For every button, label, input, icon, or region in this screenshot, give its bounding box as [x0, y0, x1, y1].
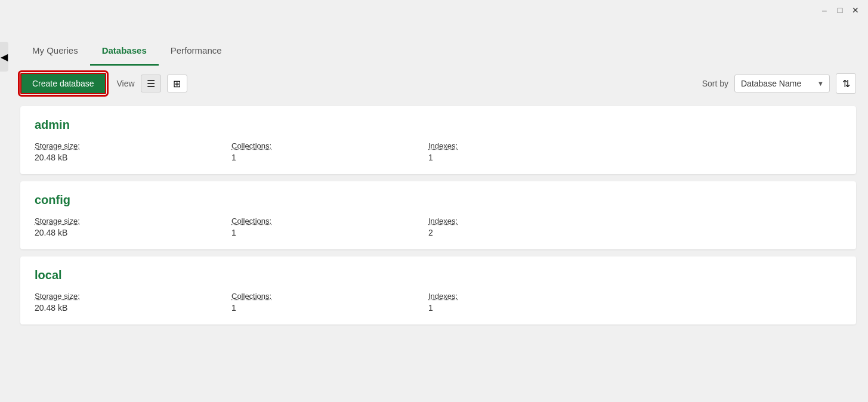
indexes-label-config: Indexes: [428, 217, 625, 225]
database-name-admin: admin [35, 118, 842, 132]
collections-label-admin: Collections: [231, 141, 428, 150]
database-stats-admin: Storage size: 20.48 kB Collections: 1 In… [35, 141, 842, 162]
collections-value-local: 1 [231, 303, 428, 313]
indexes-value-local: 1 [428, 303, 625, 313]
stat-indexes-config: Indexes: 2 [428, 217, 625, 237]
database-name-config: config [35, 193, 842, 207]
indexes-label-admin: Indexes: [428, 141, 625, 150]
sort-direction-icon: ⇅ [842, 78, 850, 89]
storage-size-label-admin: Storage size: [35, 141, 231, 150]
database-name-local: local [35, 268, 842, 282]
collections-label-config: Collections: [231, 217, 428, 225]
collections-value-admin: 1 [231, 153, 428, 162]
sort-select-wrapper: Database Name [734, 75, 830, 92]
indexes-value-config: 2 [428, 228, 625, 237]
collections-value-config: 1 [231, 228, 428, 237]
tab-performance[interactable]: Performance [159, 39, 234, 66]
list-view-button[interactable]: ☰ [141, 75, 161, 92]
stat-indexes-local: Indexes: 1 [428, 292, 625, 313]
database-stats-config: Storage size: 20.48 kB Collections: 1 In… [35, 217, 842, 237]
tab-my-queries[interactable]: My Queries [20, 39, 90, 66]
database-list: admin Storage size: 20.48 kB Collections… [8, 101, 868, 402]
sort-area: Sort by Database Name ⇅ [702, 73, 856, 94]
toolbar: Create database View ☰ ⊞ Sort by Databas… [8, 66, 868, 101]
minimize-button[interactable]: – [819, 5, 830, 16]
storage-size-value-config: 20.48 kB [35, 228, 231, 237]
stat-collections-config: Collections: 1 [231, 217, 428, 237]
stat-storage-admin: Storage size: 20.48 kB [35, 141, 231, 162]
indexes-value-admin: 1 [428, 153, 625, 162]
storage-size-value-admin: 20.48 kB [35, 153, 231, 162]
stat-collections-local: Collections: 1 [231, 292, 428, 313]
close-button[interactable]: ✕ [850, 5, 861, 16]
database-card-local[interactable]: local Storage size: 20.48 kB Collections… [20, 256, 856, 324]
grid-view-button[interactable]: ⊞ [167, 75, 187, 92]
tab-databases[interactable]: Databases [90, 39, 159, 66]
stat-indexes-admin: Indexes: 1 [428, 141, 625, 162]
list-view-icon: ☰ [147, 78, 155, 89]
sort-direction-button[interactable]: ⇅ [836, 73, 856, 94]
collections-label-local: Collections: [231, 292, 428, 301]
database-card-config[interactable]: config Storage size: 20.48 kB Collection… [20, 181, 856, 249]
main-content: My Queries Databases Performance Create … [8, 0, 868, 402]
storage-size-value-local: 20.48 kB [35, 303, 231, 313]
database-stats-local: Storage size: 20.48 kB Collections: 1 In… [35, 292, 842, 313]
create-database-button[interactable]: Create database [20, 73, 106, 94]
window-chrome: – □ ✕ [812, 0, 868, 20]
storage-size-label-local: Storage size: [35, 292, 231, 301]
stat-collections-admin: Collections: 1 [231, 141, 428, 162]
view-label: View [117, 79, 135, 88]
sort-by-label: Sort by [702, 79, 728, 88]
chevron-left-icon: ◀ [1, 51, 8, 63]
storage-size-label-config: Storage size: [35, 217, 231, 225]
maximize-button[interactable]: □ [835, 5, 845, 16]
database-card-admin[interactable]: admin Storage size: 20.48 kB Collections… [20, 106, 856, 174]
sidebar-toggle[interactable]: ◀ [0, 42, 8, 72]
grid-view-icon: ⊞ [173, 78, 181, 89]
tab-bar: My Queries Databases Performance [8, 0, 868, 66]
sort-select[interactable]: Database Name [734, 75, 830, 92]
stat-storage-config: Storage size: 20.48 kB [35, 217, 231, 237]
stat-storage-local: Storage size: 20.48 kB [35, 292, 231, 313]
indexes-label-local: Indexes: [428, 292, 625, 301]
